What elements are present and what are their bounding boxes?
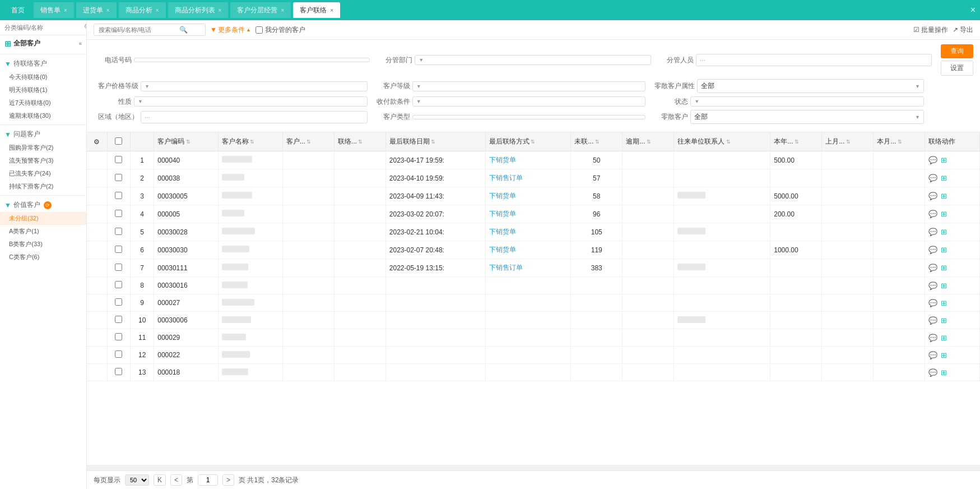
batch-op-btn[interactable]: ☑ 批量操作 — [913, 25, 948, 35]
next-page-btn[interactable]: > — [222, 474, 234, 486]
refresh-badge[interactable]: ⟳ — [44, 201, 52, 209]
row-last-method[interactable] — [485, 329, 571, 347]
tab-customer-segment[interactable]: 客户分层经营 × — [230, 2, 291, 18]
table-col-this-year[interactable]: 本年... — [770, 132, 822, 151]
sidebar-item-today[interactable]: 今天待联络(0) — [0, 71, 86, 84]
row-last-method[interactable]: 下销货单 — [485, 151, 571, 169]
grid-icon[interactable]: ⊞ — [941, 334, 947, 342]
row-last-method[interactable] — [485, 312, 571, 329]
table-checkbox-all-col[interactable] — [107, 132, 131, 151]
message-icon[interactable]: 💬 — [928, 228, 937, 236]
filter-nature-select[interactable]: ▼ — [134, 96, 368, 107]
table-col-this-month[interactable]: 本月... — [874, 132, 925, 151]
row-checkbox-cell[interactable] — [107, 294, 131, 312]
grid-icon[interactable]: ⊞ — [941, 264, 947, 272]
grid-icon[interactable]: ⊞ — [941, 174, 947, 182]
sidebar-all-customers[interactable]: ⊞ 全部客户 « — [0, 35, 86, 52]
page-size-select[interactable]: 50 — [125, 474, 149, 486]
sidebar-item-overdue[interactable]: 逾期未联络(30) — [0, 109, 86, 122]
row-checkbox[interactable] — [115, 350, 122, 358]
message-icon[interactable]: 💬 — [928, 156, 937, 164]
row-checkbox[interactable] — [115, 174, 122, 181]
message-icon[interactable]: 💬 — [928, 264, 937, 272]
last-method-link[interactable]: 下销货单 — [489, 246, 516, 253]
tab-sales-order[interactable]: 销售单 × — [34, 2, 74, 18]
filter-status-select[interactable]: ▼ — [690, 96, 924, 107]
row-checkbox[interactable] — [115, 281, 122, 288]
row-checkbox-cell[interactable] — [107, 259, 131, 277]
tab-purchase-order[interactable]: 进货单 × — [76, 2, 117, 18]
row-checkbox-cell[interactable] — [107, 223, 131, 241]
message-icon[interactable]: 💬 — [928, 246, 937, 254]
select-all-checkbox[interactable] — [115, 137, 122, 145]
row-last-method[interactable]: 下销货单 — [485, 223, 571, 241]
collapse-icon[interactable]: « — [78, 40, 82, 47]
sidebar-item-churned[interactable]: 已流失客户(24) — [0, 167, 86, 180]
close-icon[interactable]: × — [156, 7, 159, 13]
filter-customer-type-input[interactable] — [412, 115, 646, 119]
my-customers-checkbox[interactable] — [256, 26, 263, 34]
filter-scatter-attr-select[interactable]: 全部 ▼ — [697, 79, 924, 93]
grid-icon[interactable]: ⊞ — [941, 282, 947, 290]
row-checkbox[interactable] — [115, 156, 122, 163]
last-method-link[interactable]: 下销货单 — [489, 192, 516, 200]
row-last-method[interactable] — [485, 277, 571, 294]
message-icon[interactable]: 💬 — [928, 192, 937, 200]
filter-region-input[interactable]: ··· — [141, 111, 368, 123]
message-icon[interactable]: 💬 — [928, 282, 937, 290]
row-checkbox[interactable] — [115, 316, 122, 323]
last-method-link[interactable]: 下销货单 — [489, 228, 516, 236]
grid-icon[interactable]: ⊞ — [941, 246, 947, 254]
filter-price-level-select[interactable]: ▼ — [141, 81, 368, 91]
close-icon[interactable]: × — [219, 7, 222, 13]
row-checkbox-cell[interactable] — [107, 347, 131, 364]
grid-icon[interactable]: ⊞ — [941, 156, 947, 164]
row-checkbox-cell[interactable] — [107, 277, 131, 294]
table-col-name[interactable]: 客户名称 — [218, 132, 282, 151]
row-checkbox-cell[interactable] — [107, 187, 131, 205]
export-btn[interactable]: ↗ 导出 — [953, 25, 973, 35]
first-page-btn[interactable]: K — [154, 474, 166, 486]
row-checkbox-cell[interactable] — [107, 329, 131, 347]
sidebar-item-declining[interactable]: 持续下滑客户(2) — [0, 180, 86, 193]
grid-icon[interactable]: ⊞ — [941, 368, 947, 377]
sidebar-item-class-b[interactable]: B类客户(33) — [0, 238, 86, 251]
message-icon[interactable]: 💬 — [928, 334, 937, 342]
search-icon[interactable]: 🔍 — [179, 26, 188, 34]
filter-payment-select[interactable]: ▼ — [412, 96, 646, 107]
table-settings-col[interactable]: ⚙ — [87, 132, 107, 151]
sidebar-item-ungrouped[interactable]: 未分组(32) — [0, 212, 86, 225]
row-checkbox[interactable] — [115, 333, 122, 340]
close-icon[interactable]: × — [330, 7, 333, 13]
grid-icon[interactable]: ⊞ — [941, 316, 947, 325]
message-icon[interactable]: 💬 — [928, 299, 937, 307]
last-method-link[interactable]: 下销售订单 — [489, 264, 523, 271]
row-last-method[interactable]: 下销货单 — [485, 241, 571, 259]
filter-dept-select[interactable]: ▼ — [415, 55, 651, 65]
row-checkbox-cell[interactable] — [107, 241, 131, 259]
message-icon[interactable]: 💬 — [928, 174, 937, 182]
table-col-last-month[interactable]: 上月... — [822, 132, 874, 151]
main-search-box[interactable]: 🔍 — [94, 24, 206, 36]
horizontal-scrollbar[interactable] — [87, 465, 980, 470]
filter-scatter-select[interactable]: 全部 ▼ — [690, 110, 924, 124]
row-last-method[interactable] — [485, 364, 571, 381]
sidebar-item-week[interactable]: 近7天待联络(0) — [0, 96, 86, 109]
last-method-link[interactable]: 下销货单 — [489, 156, 516, 164]
tab-home[interactable]: 首页 — [4, 2, 31, 18]
grid-icon[interactable]: ⊞ — [941, 299, 947, 307]
grid-icon[interactable]: ⊞ — [941, 192, 947, 200]
sidebar-search-box[interactable]: 🔍 — [0, 20, 86, 35]
message-icon[interactable]: 💬 — [928, 351, 937, 359]
grid-icon[interactable]: ⊞ — [941, 228, 947, 236]
row-checkbox[interactable] — [115, 228, 122, 235]
last-method-link[interactable]: 下销货单 — [489, 210, 516, 218]
row-checkbox-cell[interactable] — [107, 364, 131, 381]
more-conditions-btn[interactable]: ▼ 更多条件 ▲ — [210, 25, 251, 35]
row-last-method[interactable]: 下销货单 — [485, 187, 571, 205]
close-icon[interactable]: × — [64, 7, 67, 13]
table-col-unit-contact[interactable]: 往来单位联系人 — [674, 132, 770, 151]
row-last-method[interactable]: 下销售订单 — [485, 259, 571, 277]
message-icon[interactable]: 💬 — [928, 368, 937, 377]
page-number-input[interactable] — [198, 474, 218, 486]
